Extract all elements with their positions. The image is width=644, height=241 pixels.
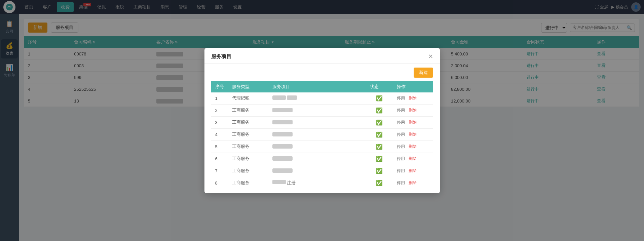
dialog-table-row: 7 工商服务 ✅ 停用 删除 xyxy=(211,165,433,177)
dcell-type: 工商服务 xyxy=(228,116,268,128)
dcell-status: ✅ xyxy=(366,128,393,140)
status-check-icon: ✅ xyxy=(376,108,383,113)
dialog-table-row: 4 工商服务 ✅ 停用 删除 xyxy=(211,128,433,140)
dcell-action: 停用 删除 xyxy=(393,128,433,140)
dialog-body: 新建 序号 服务类型 服务项目 状态 操作 1 代理记账 xyxy=(204,64,440,193)
delete-button[interactable]: 删除 xyxy=(409,132,417,137)
dcell-type: 工商服务 xyxy=(228,165,268,177)
dcell-item xyxy=(268,92,366,105)
dcell-item xyxy=(268,140,366,153)
dcell-type: 工商服务 xyxy=(228,128,268,140)
delete-button[interactable]: 删除 xyxy=(409,168,417,173)
dialog-close-button[interactable]: ✕ xyxy=(428,53,433,59)
dcell-action: 停用 删除 xyxy=(393,165,433,177)
dialog-new-button[interactable]: 新建 xyxy=(414,68,433,78)
dialog-header: 服务项目 ✕ xyxy=(204,48,440,64)
stop-button[interactable]: 停用 xyxy=(397,168,405,173)
dcol-type: 服务类型 xyxy=(228,81,268,92)
status-check-icon: ✅ xyxy=(376,120,383,125)
dcell-seq: 5 xyxy=(211,140,228,153)
stop-button[interactable]: 停用 xyxy=(397,120,405,125)
dcol-seq: 序号 xyxy=(211,81,228,92)
dcell-seq: 1 xyxy=(211,92,228,105)
dcell-status: ✅ xyxy=(366,116,393,128)
delete-button[interactable]: 删除 xyxy=(409,120,417,125)
dcol-action: 操作 xyxy=(393,81,433,92)
delete-button[interactable]: 删除 xyxy=(409,108,417,113)
dialog-table-row: 8 工商服务 注册 ✅ 停用 删除 xyxy=(211,177,433,189)
dcol-status: 状态 xyxy=(366,81,393,92)
dcell-status: ✅ xyxy=(366,165,393,177)
service-dialog: 服务项目 ✕ 新建 序号 服务类型 服务项目 状态 操作 xyxy=(204,48,440,193)
stop-button[interactable]: 停用 xyxy=(397,144,405,149)
dcell-action: 停用 删除 xyxy=(393,140,433,153)
delete-button[interactable]: 删除 xyxy=(409,96,417,101)
dcell-action: 停用 删除 xyxy=(393,92,433,105)
dialog-table-wrapper[interactable]: 序号 服务类型 服务项目 状态 操作 1 代理记账 ✅ 停用 删除 2 工商服务 xyxy=(211,81,433,189)
dialog-table: 序号 服务类型 服务项目 状态 操作 1 代理记账 ✅ 停用 删除 2 工商服务 xyxy=(211,81,433,189)
dcell-item xyxy=(268,104,366,116)
status-check-icon: ✅ xyxy=(376,144,383,150)
dcell-seq: 6 xyxy=(211,153,228,165)
dialog-table-row: 3 工商服务 ✅ 停用 删除 xyxy=(211,116,433,128)
dialog-table-row: 6 工商服务 ✅ 停用 删除 xyxy=(211,153,433,165)
status-check-icon: ✅ xyxy=(376,180,383,186)
status-check-icon: ✅ xyxy=(376,168,383,174)
dialog-header-row: 序号 服务类型 服务项目 状态 操作 xyxy=(211,81,433,92)
stop-button[interactable]: 停用 xyxy=(397,132,405,137)
dcell-seq: 3 xyxy=(211,116,228,128)
dcell-seq: 4 xyxy=(211,128,228,140)
status-check-icon: ✅ xyxy=(376,156,383,162)
dcell-item xyxy=(268,153,366,165)
modal-overlay[interactable]: 服务项目 ✕ 新建 序号 服务类型 服务项目 状态 操作 xyxy=(0,0,644,241)
stop-button[interactable]: 停用 xyxy=(397,96,405,101)
delete-button[interactable]: 删除 xyxy=(409,180,417,185)
dcell-type: 工商服务 xyxy=(228,140,268,153)
dcell-item xyxy=(268,128,366,140)
dcell-type: 工商服务 xyxy=(228,153,268,165)
dcell-item xyxy=(268,116,366,128)
dialog-title: 服务项目 xyxy=(211,53,231,60)
dialog-table-row: 2 工商服务 ✅ 停用 删除 xyxy=(211,104,433,116)
dcell-status: ✅ xyxy=(366,104,393,116)
dialog-table-row: 1 代理记账 ✅ 停用 删除 xyxy=(211,92,433,105)
stop-button[interactable]: 停用 xyxy=(397,156,405,161)
dcell-item: 注册 xyxy=(268,177,366,189)
dcell-status: ✅ xyxy=(366,140,393,153)
dcell-type: 代理记账 xyxy=(228,92,268,105)
dcell-action: 停用 删除 xyxy=(393,153,433,165)
dcell-status: ✅ xyxy=(366,153,393,165)
dcell-seq: 7 xyxy=(211,165,228,177)
dcol-item: 服务项目 xyxy=(268,81,366,92)
dcell-seq: 8 xyxy=(211,177,228,189)
dcell-type: 工商服务 xyxy=(228,177,268,189)
dcell-type: 工商服务 xyxy=(228,104,268,116)
dcell-action: 停用 删除 xyxy=(393,116,433,128)
dialog-table-row: 5 工商服务 ✅ 停用 删除 xyxy=(211,140,433,153)
dcell-action: 停用 删除 xyxy=(393,177,433,189)
stop-button[interactable]: 停用 xyxy=(397,108,405,113)
dcell-seq: 2 xyxy=(211,104,228,116)
stop-button[interactable]: 停用 xyxy=(397,180,405,185)
status-check-icon: ✅ xyxy=(376,95,383,101)
dcell-status: ✅ xyxy=(366,92,393,105)
delete-button[interactable]: 删除 xyxy=(409,144,417,149)
dcell-item xyxy=(268,165,366,177)
dialog-toolbar: 新建 xyxy=(211,68,433,78)
dcell-action: 停用 删除 xyxy=(393,104,433,116)
dcell-status: ✅ xyxy=(366,177,393,189)
delete-button[interactable]: 删除 xyxy=(409,156,417,161)
status-check-icon: ✅ xyxy=(376,132,383,137)
